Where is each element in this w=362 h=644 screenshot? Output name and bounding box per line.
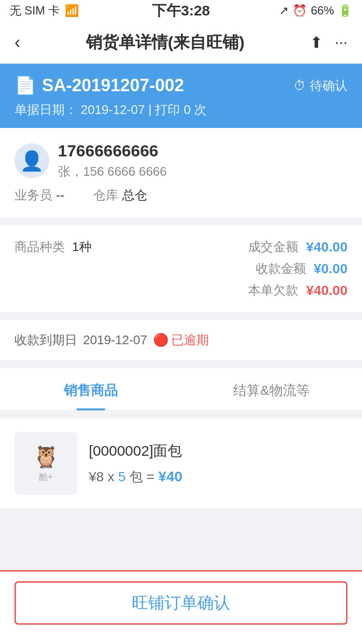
customer-row: 👤 17666666666 张，156 6666 6666 [14,141,348,180]
order-header: 📄 SA-20191207-002 ⏱ 待确认 单据日期： 2019-12-07… [0,64,362,128]
product-total: ¥40 [158,468,182,484]
customer-section: 👤 17666666666 张，156 6666 6666 业务员 -- 仓库 … [0,128,362,217]
warehouse-meta: 仓库 总仓 [93,187,147,204]
page-title: 销货单详情(来自旺铺) [86,31,245,54]
product-title: 面包 [153,443,182,459]
product-info: [0000002]面包 ¥8 x 5 包 = ¥40 [89,441,348,486]
product-qty: 5 [118,469,126,484]
multiply-sign: x [108,469,114,484]
order-id-row: 📄 SA-20191207-002 ⏱ 待确认 [14,75,348,96]
customer-avatar: 👤 [14,143,49,178]
sales-label: 业务员 [14,187,52,204]
back-button[interactable]: ‹ [14,32,20,53]
product-item: 🦉 酷+ [0000002]面包 ¥8 x 5 包 = ¥40 [0,419,362,508]
customer-meta: 业务员 -- 仓库 总仓 [14,187,348,204]
warehouse-label: 仓库 [93,187,118,204]
owed-row: 本单欠款 ¥40.00 [248,282,348,299]
status-time: 下午3:28 [152,1,210,21]
product-type-label: 商品种类 [14,239,65,254]
status-right: ↗ ⏰ 66% 🔋 [279,4,352,17]
owed-label: 本单欠款 [248,282,298,299]
nav-actions: ⬆ ··· [310,33,348,52]
product-type-value: 1种 [72,239,91,254]
summary-right: 成交金额 ¥40.00 收款金额 ¥0.00 本单欠款 ¥40.00 [181,238,348,299]
print-info: | 打印 0 次 [148,102,207,117]
order-date: 2019-12-07 [81,102,145,117]
received-row: 收款金额 ¥0.00 [256,260,348,277]
equals-sign: = [147,469,154,484]
amount-value: ¥40.00 [306,239,348,255]
battery-icon: 🔋 [338,4,352,17]
sales-value: -- [56,188,64,203]
product-thumbnail: 🦉 酷+ [14,432,77,495]
nav-bar: ‹ 销货单详情(来自旺铺) ⬆ ··· [0,21,362,64]
date-label: 单据日期： [14,102,77,117]
battery-text: 66% [311,4,334,17]
summary-section: 商品种类 1种 成交金额 ¥40.00 收款金额 ¥0.00 本单欠款 ¥40.… [0,225,362,312]
overdue-text: 已逾期 [171,332,209,349]
status-left: 无 SIM 卡 📶 [10,3,79,18]
product-logo-text: 酷+ [39,471,53,483]
warehouse-value: 总仓 [122,187,147,204]
customer-name: 张，156 6666 6666 [58,163,348,180]
avatar-icon: 👤 [20,150,44,172]
order-id: 📄 SA-20191207-002 [14,75,184,96]
carrier-text: 无 SIM 卡 [10,3,60,18]
more-icon[interactable]: ··· [334,33,348,51]
tab-sales-products[interactable]: 销售商品 [0,368,181,410]
location-icon: ↗ [279,4,289,17]
product-logo-icon: 🦉 [33,444,59,469]
product-price: ¥8 x 5 包 = ¥40 [89,468,348,486]
unit-label: 包 [129,469,143,484]
product-thumb-inner: 🦉 酷+ [33,444,59,483]
due-section: 收款到期日 2019-12-07 🔴 已逾期 [0,320,362,360]
due-label: 收款到期日 [14,332,77,349]
tabs-bar: 销售商品 结算&物流等 [0,368,362,411]
tab-settlement-logistics[interactable]: 结算&物流等 [181,368,362,410]
price-unit: ¥8 [89,469,104,484]
order-date-row: 单据日期： 2019-12-07 | 打印 0 次 [14,101,348,118]
status-bar: 无 SIM 卡 📶 下午3:28 ↗ ⏰ 66% 🔋 [0,0,362,21]
order-id-text: SA-20191207-002 [42,75,184,96]
status-text: 待确认 [310,77,348,94]
order-status: ⏱ 待确认 [293,77,348,94]
customer-phone: 17666666666 [58,141,348,160]
owed-value: ¥40.00 [306,283,348,298]
due-date: 2019-12-07 [83,333,147,348]
wifi-icon: 📶 [65,4,79,17]
alarm-icon: ⏰ [292,4,307,17]
order-icon: 📄 [14,75,36,96]
summary-left: 商品种类 1种 [14,238,181,255]
overdue-icon: 🔴 [153,333,168,348]
customer-info: 17666666666 张，156 6666 6666 [58,141,348,180]
sales-meta: 业务员 -- [14,187,64,204]
amount-row: 成交金额 ¥40.00 [248,238,348,255]
confirm-order-button[interactable]: 旺铺订单确认 [14,581,348,625]
clock-icon: ⏱ [293,78,306,93]
product-name: [0000002]面包 [89,441,348,461]
bottom-action-bar: 旺铺订单确认 [0,570,362,644]
product-code: [0000002] [89,443,153,459]
share-icon[interactable]: ⬆ [310,33,323,52]
received-label: 收款金额 [256,260,306,277]
overdue-badge: 🔴 已逾期 [153,332,209,349]
received-value: ¥0.00 [314,261,348,277]
amount-label: 成交金额 [248,238,298,255]
